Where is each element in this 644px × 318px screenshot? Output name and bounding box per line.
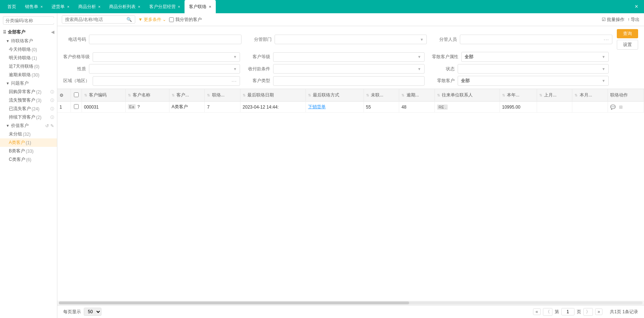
search-input[interactable] bbox=[65, 17, 126, 22]
filter-customer-type-input[interactable] bbox=[273, 76, 424, 86]
filter-cell-phone: 电话号码 bbox=[63, 35, 242, 44]
sidebar-item-overdue[interactable]: 逾期未联络 (30) bbox=[0, 71, 57, 79]
tab-home[interactable]: 首页 bbox=[3, 0, 21, 13]
last-page-button[interactable]: » bbox=[595, 308, 603, 315]
page-size-select[interactable]: 50 bbox=[84, 308, 101, 316]
filter-status-select[interactable]: ▼ bbox=[458, 64, 609, 74]
batch-op-button[interactable]: ☑ 批量操作 bbox=[602, 17, 625, 23]
info-icon-4: ⓘ bbox=[50, 115, 54, 120]
sidebar-item-abnormal[interactable]: 回购异常客户 (2) ⓘ bbox=[0, 88, 57, 96]
my-customers-checkbox-label[interactable]: 我分管的客户 bbox=[169, 17, 202, 23]
sidebar-item-ungroup[interactable]: 未分组 (32) bbox=[0, 130, 57, 138]
page-end-label: 页 bbox=[577, 309, 581, 315]
filter-phone-input[interactable] bbox=[89, 35, 242, 44]
customer-table: ⚙ ⇅ 客户编码 ⇅ 客户名称 bbox=[57, 89, 644, 113]
filter-cell-customer-type: 客户类型 bbox=[247, 76, 424, 86]
sidebar: 🔍 ⠿ 全部客户 ◀ ▼ 待联络客户 今天待联络 (0) 明天待联络 (1) 近… bbox=[0, 13, 57, 318]
sidebar-search-input[interactable] bbox=[6, 18, 57, 23]
filter-cell-price-level: 客户价格等级 ▼ bbox=[63, 52, 240, 62]
filter-retail-select[interactable]: 全部 ▼ bbox=[458, 76, 609, 86]
scrollbar-track[interactable] bbox=[59, 301, 643, 304]
settings-button[interactable]: 设置 bbox=[617, 40, 638, 50]
tab-customer-contact[interactable]: 客户联络 × bbox=[185, 0, 215, 13]
col-lmonth-sort: ⇅ bbox=[539, 93, 542, 97]
next-page-button[interactable]: 〉 bbox=[583, 308, 593, 316]
row-code: 000031 bbox=[82, 102, 125, 113]
sidebar-item-a-class[interactable]: A类客户 (1) bbox=[0, 138, 57, 147]
tab-purchase-close[interactable]: × bbox=[67, 4, 69, 9]
sidebar-item-declining[interactable]: 持续下滑客户 (2) ⓘ bbox=[0, 113, 57, 121]
customer-level-arrow: ▼ bbox=[418, 55, 421, 59]
my-customers-checkbox[interactable] bbox=[169, 17, 174, 22]
item-overdue-badge: (30) bbox=[32, 73, 39, 78]
horizontal-scrollbar[interactable] bbox=[57, 301, 644, 305]
close-all-button[interactable]: × bbox=[632, 3, 641, 10]
search-box[interactable]: 🔍 bbox=[62, 15, 135, 24]
sidebar-item-b-class[interactable]: B类客户 (33) bbox=[0, 147, 57, 155]
sidebar-group-problem[interactable]: ▼ 问题客户 bbox=[0, 79, 57, 88]
tab-analysis[interactable]: 商品分析 × bbox=[74, 0, 105, 13]
select-all-checkbox[interactable] bbox=[74, 92, 79, 97]
col-date-sort: ⇅ bbox=[243, 93, 246, 97]
sidebar-group-value[interactable]: ▼ 价值客户 ↺ ✎ bbox=[0, 121, 57, 130]
prev-page-button[interactable]: 〈 bbox=[543, 308, 552, 316]
filter-customer-level-select[interactable]: ▼ bbox=[273, 52, 424, 62]
filter-dept-select[interactable]: ▼ bbox=[275, 35, 427, 44]
content-area: 🔍 ▼ 更多条件 ⌄ 我分管的客户 ☑ 批量操作 ↑ 导出 bbox=[57, 13, 644, 318]
tab-customer-contact-close[interactable]: × bbox=[209, 4, 211, 9]
row-checkbox[interactable] bbox=[74, 104, 79, 109]
sidebar-group-pending[interactable]: ▼ 待联络客户 bbox=[0, 37, 57, 45]
sidebar-item-7days[interactable]: 近7天待联络 (0) bbox=[0, 62, 57, 71]
sidebar-item-c-class[interactable]: C类客户 (6) bbox=[0, 155, 57, 164]
gear-icon[interactable]: ⚙ bbox=[60, 93, 64, 98]
sidebar-item-tomorrow[interactable]: 明天待联络 (1) bbox=[0, 54, 57, 62]
page-number-input[interactable] bbox=[561, 308, 575, 315]
info-icon-2: ⓘ bbox=[50, 98, 54, 103]
filter-panel: 电话号码 分管部门 ▼ 分管人员 ··· bbox=[57, 26, 644, 89]
tab-home-label: 首页 bbox=[7, 4, 16, 10]
tab-purchase[interactable]: 进货单 × bbox=[47, 0, 74, 13]
filter-region-input[interactable]: ··· bbox=[93, 76, 240, 86]
tab-analysis-list-close[interactable]: × bbox=[138, 4, 140, 9]
qr-icon[interactable]: ⊞ bbox=[619, 105, 623, 110]
tab-analysis-label: 商品分析 bbox=[78, 4, 96, 10]
export-button[interactable]: ↑ 导出 bbox=[627, 17, 640, 23]
sidebar-item-today[interactable]: 今天待联络 (0) bbox=[0, 45, 57, 54]
filter-person-input[interactable]: ··· bbox=[460, 35, 612, 44]
tab-sales[interactable]: 销售单 × bbox=[21, 0, 47, 13]
first-page-button[interactable]: « bbox=[533, 308, 541, 315]
filter-retail-attr-select[interactable]: 全部 ▼ bbox=[461, 52, 609, 62]
edit-icon[interactable]: ✎ bbox=[50, 123, 54, 128]
col-lmonth-label: 上月... bbox=[544, 92, 557, 98]
filter-price-level-select[interactable]: ▼ bbox=[93, 52, 240, 62]
toolbar-right: ☑ 批量操作 ↑ 导出 bbox=[602, 17, 640, 23]
all-customers-header[interactable]: ⠿ 全部客户 ◀ bbox=[0, 28, 57, 37]
region-dots: ··· bbox=[232, 78, 237, 84]
row-this-month bbox=[572, 102, 608, 113]
tab-customer-tier-close[interactable]: × bbox=[178, 4, 180, 9]
query-button[interactable]: 查询 bbox=[617, 29, 638, 38]
main-layout: 🔍 ⠿ 全部客户 ◀ ▼ 待联络客户 今天待联络 (0) 明天待联络 (1) 近… bbox=[0, 13, 644, 318]
col-this-year: ⇅ 本年... bbox=[500, 89, 537, 102]
refresh-icon[interactable]: ↺ bbox=[45, 123, 49, 128]
info-icon-1: ⓘ bbox=[50, 89, 54, 95]
group-problem-label: 问题客户 bbox=[11, 80, 29, 86]
filter-payment-select[interactable]: ▼ bbox=[273, 64, 424, 74]
filter-nature-select[interactable]: ▼ bbox=[89, 64, 240, 74]
scrollbar-thumb[interactable] bbox=[59, 301, 409, 304]
tab-analysis-close[interactable]: × bbox=[98, 4, 100, 9]
chat-icon[interactable]: 💬 bbox=[610, 105, 616, 110]
sidebar-item-lost[interactable]: 已流失客户 (24) ⓘ bbox=[0, 105, 57, 113]
tab-analysis-list[interactable]: 商品分析列表 × bbox=[105, 0, 144, 13]
last-method-link[interactable]: 下销货单 bbox=[308, 104, 326, 109]
tab-sales-close[interactable]: × bbox=[40, 4, 43, 9]
checkmark-icon: ☑ bbox=[602, 17, 606, 22]
search-icon: 🔍 bbox=[126, 17, 132, 22]
sidebar-search-box[interactable]: 🔍 bbox=[3, 16, 54, 25]
tab-customer-tier[interactable]: 客户分层经营 × bbox=[145, 0, 185, 13]
col-month-sort: ⇅ bbox=[575, 93, 577, 97]
sidebar-item-lostwarning[interactable]: 流失预警客户 (3) ⓘ bbox=[0, 96, 57, 105]
item-lostwarning-badge: (3) bbox=[36, 98, 42, 103]
filter-customer-level-label: 客户等级 bbox=[247, 54, 273, 60]
more-filter-button[interactable]: ▼ 更多条件 ⌄ bbox=[138, 17, 166, 23]
